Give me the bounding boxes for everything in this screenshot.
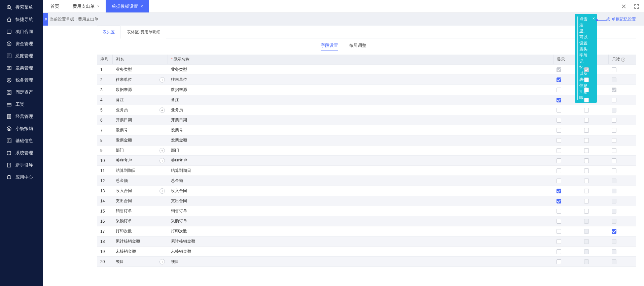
- sidebar-item-home[interactable]: 快捷导航: [0, 13, 43, 26]
- tab-close-icon[interactable]: ×: [141, 4, 143, 9]
- checkbox-show[interactable]: [557, 229, 561, 234]
- checkbox-readonly[interactable]: [612, 67, 616, 72]
- checkbox-required[interactable]: [584, 199, 589, 203]
- checkbox-readonly[interactable]: [612, 158, 616, 163]
- cell-display-name[interactable]: 往来单位: [168, 75, 553, 85]
- close-all-icon[interactable]: [619, 2, 629, 11]
- checkbox-required[interactable]: [584, 179, 589, 183]
- checkbox-show[interactable]: [557, 108, 561, 113]
- cell-display-name[interactable]: 累计核销金额: [168, 236, 553, 247]
- checkbox-readonly[interactable]: [612, 128, 616, 133]
- checkbox-show[interactable]: [557, 189, 561, 193]
- cell-display-name[interactable]: 数据来源: [168, 85, 553, 95]
- sidebar-item-info[interactable]: 基础信息: [0, 135, 43, 147]
- checkbox-show[interactable]: [557, 118, 561, 123]
- checkbox-show[interactable]: [557, 128, 561, 133]
- tab-close-icon[interactable]: ×: [97, 4, 100, 9]
- cell-display-name[interactable]: 开票日期: [168, 115, 553, 125]
- sidebar-item-folder[interactable]: 项目合同: [0, 26, 43, 38]
- cell-display-name[interactable]: 项目: [168, 257, 553, 267]
- cell-display-name[interactable]: 发票号: [168, 125, 553, 135]
- help-icon[interactable]: ?: [621, 58, 625, 62]
- checkbox-required[interactable]: [584, 98, 589, 102]
- checkbox-show[interactable]: [557, 179, 561, 183]
- sidebar-item-system[interactable]: 系统管理: [0, 147, 43, 159]
- sidebar-item-tax[interactable]: 税税务管理: [0, 74, 43, 86]
- memory-settings-link[interactable]: 单据记忆设置: [606, 17, 636, 22]
- cell-column-name: 发票号: [112, 125, 168, 135]
- checkbox-readonly[interactable]: [612, 148, 616, 153]
- cell-display-name[interactable]: 打印次数: [168, 226, 553, 236]
- checkbox-required[interactable]: [584, 158, 589, 163]
- sidebar-item-ledger[interactable]: 总账管理: [0, 50, 43, 62]
- sidebar-item-money[interactable]: ¥资金管理: [0, 38, 43, 50]
- sidebar-item-biz[interactable]: 经营管理: [0, 110, 43, 123]
- cell-display-name[interactable]: 备注: [168, 95, 553, 105]
- cell-display-name[interactable]: 采购订单: [168, 216, 553, 226]
- checkbox-required[interactable]: [584, 88, 589, 92]
- hint-close-icon[interactable]: ×: [592, 15, 595, 22]
- checkbox-required[interactable]: [584, 77, 589, 82]
- tab-费用支出单[interactable]: 费用支出单×: [67, 0, 106, 12]
- checkbox-required[interactable]: [584, 138, 589, 143]
- cell-display-name[interactable]: 发票金额: [168, 135, 553, 146]
- cell-display-name[interactable]: 未核销金额: [168, 247, 553, 257]
- checkbox-show[interactable]: [557, 219, 561, 224]
- add-icon[interactable]: +: [159, 259, 165, 264]
- checkbox-readonly[interactable]: [612, 168, 616, 173]
- cell-display-name[interactable]: 支出合同: [168, 196, 553, 206]
- tab-首页[interactable]: 首页: [43, 0, 67, 12]
- expand-chevron-icon[interactable]: [43, 13, 48, 26]
- inner-tab[interactable]: 字段设置: [321, 42, 338, 51]
- fullscreen-icon[interactable]: [632, 2, 641, 11]
- add-icon[interactable]: +: [159, 77, 165, 83]
- checkbox-required[interactable]: [584, 209, 589, 214]
- add-icon[interactable]: +: [159, 158, 165, 163]
- checkbox-show[interactable]: [557, 88, 561, 92]
- checkbox-required[interactable]: [584, 189, 589, 193]
- cell-display-name[interactable]: 关联客户: [168, 156, 553, 166]
- cell-required: [581, 196, 608, 206]
- checkbox-show[interactable]: [557, 98, 561, 102]
- add-icon[interactable]: +: [159, 188, 165, 194]
- checkbox-show[interactable]: [557, 168, 561, 173]
- checkbox-show[interactable]: [557, 259, 561, 264]
- checkbox-readonly[interactable]: [612, 98, 616, 102]
- cell-display-name[interactable]: 总金额: [168, 176, 553, 186]
- add-icon[interactable]: +: [159, 107, 165, 113]
- sidebar-item-asset[interactable]: 固定资产: [0, 86, 43, 98]
- cell-display-name[interactable]: 部门: [168, 146, 553, 156]
- add-icon[interactable]: +: [159, 148, 165, 153]
- checkbox-readonly[interactable]: [612, 229, 616, 234]
- checkbox-readonly[interactable]: [612, 138, 616, 143]
- cell-display-name[interactable]: 销售订单: [168, 206, 553, 216]
- checkbox-show[interactable]: [557, 77, 561, 82]
- checkbox-required[interactable]: [584, 108, 589, 113]
- checkbox-required[interactable]: [584, 128, 589, 133]
- cell-display-name[interactable]: 结算到期日: [168, 166, 553, 176]
- checkbox-show[interactable]: [557, 199, 561, 203]
- sidebar-item-salary[interactable]: 工资: [0, 98, 43, 110]
- checkbox-required[interactable]: [584, 168, 589, 173]
- subtab[interactable]: 表体区-费用单明细: [121, 26, 166, 38]
- tab-单据模板设置[interactable]: 单据模板设置×: [106, 0, 149, 12]
- checkbox-show[interactable]: [557, 148, 561, 153]
- checkbox-show[interactable]: [557, 158, 561, 163]
- inner-tab[interactable]: 布局调整: [349, 42, 366, 51]
- checkbox-readonly[interactable]: [612, 118, 616, 123]
- checkbox-show[interactable]: [557, 249, 561, 254]
- sidebar-item-apps[interactable]: 应用中心: [0, 171, 43, 183]
- sidebar-item-invoice[interactable]: 票发票管理: [0, 62, 43, 74]
- sidebar-item-guide[interactable]: 新手引导: [0, 159, 43, 171]
- checkbox-required[interactable]: [584, 118, 589, 123]
- cell-display-name[interactable]: 业务类型: [168, 65, 553, 75]
- checkbox-required[interactable]: [584, 148, 589, 153]
- sidebar-item-reimburse[interactable]: G小畅报销: [0, 123, 43, 135]
- checkbox-show[interactable]: [557, 138, 561, 143]
- sidebar-item-search[interactable]: 搜索菜单: [0, 1, 43, 13]
- checkbox-show[interactable]: [557, 239, 561, 244]
- cell-display-name[interactable]: 收入合同: [168, 186, 553, 196]
- checkbox-show[interactable]: [557, 209, 561, 214]
- subtab[interactable]: 表头区: [97, 26, 120, 38]
- cell-display-name[interactable]: 业务员: [168, 105, 553, 115]
